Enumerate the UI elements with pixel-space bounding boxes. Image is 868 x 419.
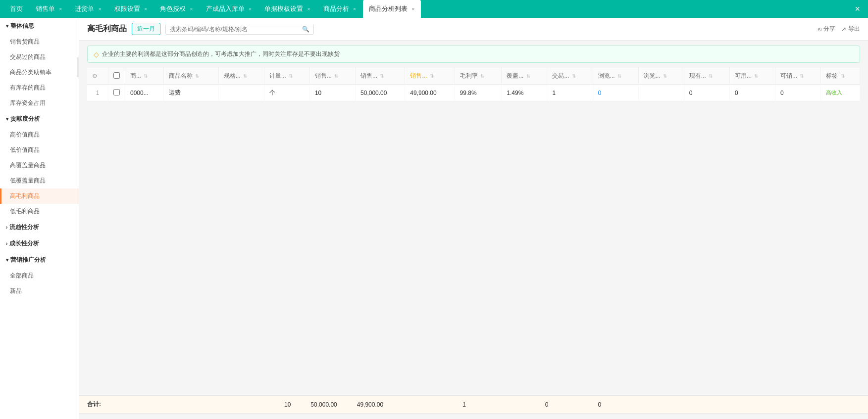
sidebar-item-traded-goods[interactable]: 交易过的商品 <box>0 49 79 65</box>
row-checkbox[interactable] <box>113 89 120 95</box>
arrow-growth: › <box>6 241 7 246</box>
row-browse2 <box>638 85 684 101</box>
col-browse2[interactable]: 浏览... ⇅ <box>638 68 684 85</box>
col-margin-rate[interactable]: 毛利率 ⇅ <box>455 68 502 85</box>
col-name[interactable]: 商品名称 ⇅ <box>163 68 218 85</box>
row-spec <box>218 85 264 101</box>
nav-sales[interactable]: 销售单 × <box>30 0 68 18</box>
search-input[interactable] <box>170 26 300 33</box>
row-code: 0000... <box>125 85 163 101</box>
sidebar-item-low-coverage[interactable]: 低覆盖量商品 <box>0 173 79 188</box>
sidebar-item-high-margin[interactable]: 高毛利商品 <box>0 188 79 204</box>
col-unit[interactable]: 计量... ⇅ <box>264 68 309 85</box>
search-icon[interactable]: 🔍 <box>302 26 309 33</box>
sidebar-item-low-value[interactable]: 低价值商品 <box>0 142 79 158</box>
export-button[interactable]: ↗ 导出 <box>841 25 860 33</box>
nav-permissions[interactable]: 权限设置 × <box>108 0 153 18</box>
close-analysis-tab[interactable]: × <box>353 6 356 12</box>
nav-analysis[interactable]: 商品分析 × <box>317 0 362 18</box>
sidebar-item-low-margin[interactable]: 低毛利商品 <box>0 204 79 219</box>
sidebar-item-sales-goods[interactable]: 销售货商品 <box>0 34 79 49</box>
col-available-stock[interactable]: 可用... ⇅ <box>729 68 775 85</box>
col-tag[interactable]: 标签 ⇅ <box>821 68 860 85</box>
arrow-overall: ▾ <box>6 23 8 29</box>
col-code[interactable]: 商... ⇅ <box>125 68 163 85</box>
col-current-stock[interactable]: 现有... ⇅ <box>684 68 729 85</box>
row-unit: 个 <box>264 85 309 101</box>
row-sales-cost: 49,900.00 <box>405 85 455 101</box>
page-title: 高毛利商品 <box>87 24 127 34</box>
sort-icon-margin-rate: ⇅ <box>480 73 484 79</box>
main-container: ▾ 整体信息 销售货商品 交易过的商品 商品分类助销率 有库存的商品 库存资金占… <box>0 18 868 419</box>
sort-icon-saleable: ⇅ <box>800 73 804 79</box>
col-trade[interactable]: 交易... ⇅ <box>547 68 593 85</box>
info-icon: ◇ <box>94 50 99 58</box>
sidebar-group-growth[interactable]: › 成长性分析 <box>0 235 79 252</box>
row-margin-rate: 99.8% <box>455 85 502 101</box>
horizontal-scrollbar[interactable] <box>79 413 868 419</box>
row-name: 运费 <box>163 85 218 101</box>
close-template-tab[interactable]: × <box>307 6 310 12</box>
col-checkbox[interactable] <box>108 68 125 85</box>
sidebar-item-high-coverage[interactable]: 高覆盖量商品 <box>0 158 79 173</box>
nav-template[interactable]: 单据模板设置 × <box>258 0 316 18</box>
products-table: ⚙ 商... ⇅ 商品名称 ⇅ <box>87 68 860 101</box>
col-sales-amount-label: 销售... <box>360 72 377 79</box>
nav-purchase[interactable]: 进货单 × <box>69 0 107 18</box>
col-tag-label: 标签 <box>826 72 838 79</box>
col-spec[interactable]: 规格... ⇅ <box>218 68 264 85</box>
close-purchase-tab[interactable]: × <box>98 6 101 12</box>
sidebar-group-overall-items: 销售货商品 交易过的商品 商品分类助销率 有库存的商品 库存资金占用 <box>0 34 79 111</box>
close-roles-tab[interactable]: × <box>190 6 193 12</box>
col-browse2-label: 浏览... <box>644 72 661 79</box>
sort-icon-browse1: ⇅ <box>617 73 621 79</box>
select-all-checkbox[interactable] <box>113 72 120 79</box>
close-analysis-list-tab[interactable]: × <box>411 6 414 12</box>
col-unit-label: 计量... <box>269 72 286 79</box>
col-coverage[interactable]: 覆盖... ⇅ <box>502 68 547 85</box>
close-stock-in-tab[interactable]: × <box>249 6 252 12</box>
sort-icon-spec: ⇅ <box>243 73 247 79</box>
nav-home[interactable]: 首页 <box>4 0 29 18</box>
footer-trade: 1 <box>458 401 471 408</box>
sidebar: ▾ 整体信息 销售货商品 交易过的商品 商品分类助销率 有库存的商品 库存资金占… <box>0 18 79 419</box>
row-saleable: 0 <box>775 85 821 101</box>
sidebar-group-marketing-items: 全部商品 新品 <box>0 268 79 299</box>
sidebar-group-marketing[interactable]: ▾ 营销推广分析 <box>0 252 79 268</box>
sidebar-item-all-goods[interactable]: 全部商品 <box>0 268 79 283</box>
col-sales-cost-label: 销售... <box>410 72 427 79</box>
col-saleable[interactable]: 可销... ⇅ <box>775 68 821 85</box>
share-button[interactable]: ⎋ 分享 <box>818 25 835 33</box>
row-trade: 1 <box>547 85 593 101</box>
nav-stock-in[interactable]: 产成品入库单 × <box>200 0 257 18</box>
col-settings[interactable]: ⚙ <box>87 68 108 85</box>
sidebar-item-in-stock[interactable]: 有库存的商品 <box>0 80 79 95</box>
export-icon: ↗ <box>841 26 846 33</box>
col-sales-amount[interactable]: 销售... ⇅ <box>356 68 405 85</box>
sort-icon-browse2: ⇅ <box>663 73 667 79</box>
row-available-stock: 0 <box>729 85 775 101</box>
sidebar-item-stock-capital[interactable]: 库存资金占用 <box>0 95 79 111</box>
row-checkbox-cell[interactable] <box>108 85 125 101</box>
sidebar-item-category-rate[interactable]: 商品分类助销率 <box>0 65 79 80</box>
close-sales-tab[interactable]: × <box>59 6 62 12</box>
col-sales-qty[interactable]: 销售... ⇅ <box>309 68 355 85</box>
share-icon: ⎋ <box>818 26 821 33</box>
settings-icon[interactable]: ⚙ <box>92 73 98 80</box>
close-permissions-tab[interactable]: × <box>144 6 147 12</box>
nav-roles[interactable]: 角色授权 × <box>154 0 199 18</box>
col-sales-qty-label: 销售... <box>315 72 332 79</box>
app-close-button[interactable]: × <box>851 4 864 14</box>
sidebar-group-trend[interactable]: › 流趋性分析 <box>0 219 79 235</box>
sort-icon-unit: ⇅ <box>289 73 293 79</box>
nav-analysis-list[interactable]: 商品分析列表 × <box>363 0 420 18</box>
row-browse1[interactable]: 0 <box>593 85 638 101</box>
sidebar-group-overall[interactable]: ▾ 整体信息 <box>0 18 79 34</box>
sidebar-item-high-value[interactable]: 高价值商品 <box>0 127 79 142</box>
col-sales-cost[interactable]: 销售... ⇅ <box>405 68 455 85</box>
col-available-stock-label: 可用... <box>735 72 752 79</box>
filter-recent-month-button[interactable]: 近一月 <box>132 23 160 35</box>
sidebar-group-contribution[interactable]: ▾ 贡献度分析 <box>0 111 79 127</box>
col-browse1[interactable]: 浏览... ⇅ <box>593 68 638 85</box>
sidebar-item-new-goods[interactable]: 新品 <box>0 283 79 299</box>
